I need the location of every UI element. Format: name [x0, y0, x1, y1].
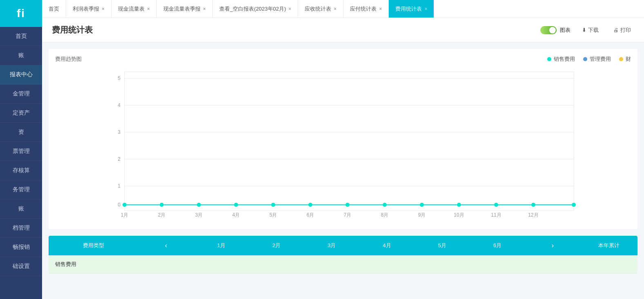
tab-bar: 首页 利润表季报 × 现金流量表 × 现金流量表季报 × 查看_空白报表(202… [42, 0, 644, 18]
close-tab-cashflow[interactable]: × [147, 6, 150, 12]
svg-point-16 [234, 203, 238, 207]
close-tab-profit-quarterly[interactable]: × [102, 6, 105, 12]
sidebar-item-reimbursement[interactable]: 畅报销 [0, 238, 42, 257]
svg-point-13 [123, 203, 127, 207]
chart-toggle[interactable] [540, 26, 557, 34]
expense-table: 费用类型 ‹ 1月 2月 3月 4月 5月 [49, 236, 637, 273]
tab-cashflow[interactable]: 现金流量表 × [111, 0, 157, 18]
col-header-m3: 3月 [304, 242, 359, 249]
svg-text:12月: 12月 [528, 212, 538, 218]
svg-point-18 [308, 203, 312, 207]
svg-point-15 [197, 203, 201, 207]
cell-type: 销售费用 [49, 261, 138, 268]
table-header: 费用类型 ‹ 1月 2月 3月 4月 5月 [49, 236, 637, 255]
tab-payable[interactable]: 应付统计表 × [343, 0, 389, 18]
svg-point-25 [572, 203, 576, 207]
tab-expense[interactable]: 费用统计表 × [389, 0, 434, 18]
svg-text:8月: 8月 [381, 212, 389, 218]
tab-blank-report[interactable]: 查看_空白报表(2023年02月) × [213, 0, 298, 18]
sidebar-item-archive[interactable]: 档管理 [0, 219, 42, 238]
close-tab-payable[interactable]: × [379, 6, 382, 12]
legend-sales: 销售费用 [547, 55, 575, 63]
sidebar-item-inventory[interactable]: 存核算 [0, 161, 42, 180]
col-header-m5: 5月 [414, 242, 470, 249]
page-header: 费用统计表 图表 ⬇ 下载 🖨 打印 [42, 18, 644, 42]
sidebar: fi 首页 账 报表中心 金管理 定资产 资 票管理 存核算 务管理 账 档管理… [0, 0, 42, 299]
chart-area: 5 4 3 2 1 0 [55, 68, 631, 223]
svg-text:3: 3 [118, 129, 120, 135]
print-button[interactable]: 🖨 打印 [610, 25, 634, 35]
download-label: 下载 [588, 27, 599, 34]
tab-receivable[interactable]: 应收统计表 × [298, 0, 343, 18]
print-icon: 🖨 [613, 27, 619, 33]
svg-point-14 [160, 203, 164, 207]
sidebar-item-assets[interactable]: 定资产 [0, 104, 42, 123]
svg-text:2: 2 [118, 156, 120, 162]
col-header-next[interactable]: › [525, 242, 580, 249]
chart-section: 费用趋势图 销售费用 管理费用 财 [49, 49, 637, 229]
col-header-m2: 2月 [249, 242, 304, 249]
svg-text:0: 0 [118, 202, 120, 208]
svg-text:6月: 6月 [307, 212, 314, 218]
svg-point-19 [345, 203, 350, 207]
legend-finance-dot [619, 57, 623, 61]
chart-title: 费用趋势图 [55, 55, 82, 63]
sidebar-item-home[interactable]: 首页 [0, 27, 42, 46]
header-actions: 图表 ⬇ 下载 🖨 打印 [540, 25, 634, 35]
close-tab-cashflow-quarterly[interactable]: × [203, 6, 206, 12]
svg-text:1月: 1月 [121, 212, 129, 218]
chart-legend: 销售费用 管理费用 财 [547, 55, 631, 63]
print-label: 打印 [620, 27, 631, 34]
legend-sales-label: 销售费用 [554, 55, 575, 63]
legend-admin-label: 管理费用 [590, 55, 611, 63]
svg-point-20 [383, 203, 387, 207]
legend-finance: 财 [619, 55, 631, 63]
svg-point-22 [457, 203, 461, 207]
tab-cashflow-quarterly[interactable]: 现金流量表季报 × [157, 0, 213, 18]
line-chart-svg: 5 4 3 2 1 0 [55, 68, 631, 223]
page-content: 费用统计表 图表 ⬇ 下载 🖨 打印 费用趋势图 [42, 18, 644, 299]
svg-text:1: 1 [118, 183, 120, 189]
sidebar-item-tickets[interactable]: 票管理 [0, 142, 42, 161]
sidebar-item-reports[interactable]: 报表中心 [0, 65, 42, 84]
chart-toggle-group: 图表 [540, 26, 570, 34]
legend-finance-label: 财 [626, 55, 631, 63]
legend-admin-dot [583, 57, 587, 61]
svg-point-23 [494, 203, 498, 207]
col-header-prev[interactable]: ‹ [138, 242, 194, 249]
sidebar-item-cash[interactable]: 金管理 [0, 84, 42, 104]
tab-home[interactable]: 首页 [42, 0, 66, 18]
svg-text:5: 5 [118, 75, 120, 81]
sidebar-item-account[interactable]: 账 [0, 199, 42, 219]
svg-text:4月: 4月 [232, 212, 240, 218]
download-button[interactable]: ⬇ 下载 [579, 25, 602, 35]
svg-text:9月: 9月 [418, 212, 426, 218]
col-header-m1: 1月 [194, 242, 249, 249]
svg-text:11月: 11月 [491, 212, 501, 218]
col-header-ytd: 本年累计 [580, 242, 637, 249]
svg-text:3月: 3月 [195, 212, 203, 218]
next-month-arrow[interactable]: › [550, 242, 555, 249]
close-tab-expense[interactable]: × [424, 6, 427, 12]
sidebar-logo: fi [0, 0, 42, 27]
sidebar-item-settings[interactable]: 础设置 [0, 257, 42, 276]
svg-text:2月: 2月 [158, 212, 166, 218]
table-row: 销售费用 [49, 255, 637, 273]
prev-month-arrow[interactable]: ‹ [163, 242, 169, 249]
sidebar-item-service[interactable]: 务管理 [0, 180, 42, 199]
col-header-m6: 6月 [470, 242, 525, 249]
tab-profit-quarterly[interactable]: 利润表季报 × [66, 0, 111, 18]
close-tab-blank-report[interactable]: × [288, 6, 291, 12]
legend-sales-dot [547, 57, 551, 61]
sidebar-item-capital[interactable]: 资 [0, 123, 42, 142]
legend-admin: 管理费用 [583, 55, 611, 63]
svg-point-21 [420, 203, 424, 207]
svg-text:5月: 5月 [270, 212, 277, 218]
svg-point-24 [531, 203, 535, 207]
close-tab-receivable[interactable]: × [334, 6, 336, 12]
col-header-type: 费用类型 [49, 242, 138, 249]
page-title: 费用统计表 [52, 24, 93, 35]
svg-text:4: 4 [118, 102, 120, 108]
sidebar-item-ledger[interactable]: 账 [0, 46, 42, 65]
svg-point-17 [271, 203, 275, 207]
